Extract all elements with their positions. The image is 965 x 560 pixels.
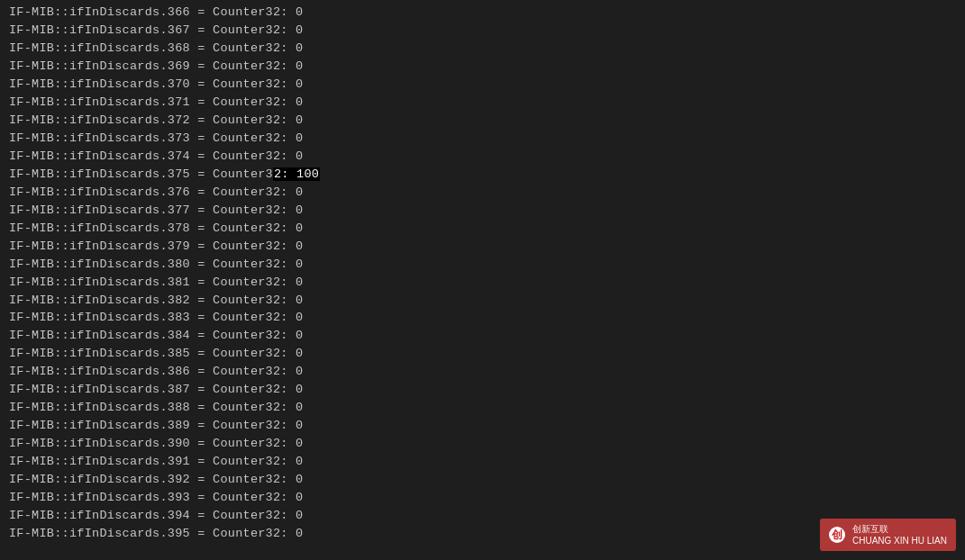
terminal-line: IF-MIB::ifInDiscards.393 = Counter32: 0 [9, 489, 956, 507]
watermark-line1: 创新互联 [852, 523, 947, 535]
terminal-line: IF-MIB::ifInDiscards.389 = Counter32: 0 [9, 417, 956, 435]
watermark-text: 创新互联 CHUANG XIN HU LIAN [852, 523, 947, 546]
terminal-line: IF-MIB::ifInDiscards.376 = Counter32: 0 [9, 184, 956, 202]
terminal-line: IF-MIB::ifInDiscards.368 = Counter32: 0 [9, 40, 956, 58]
terminal-line: IF-MIB::ifInDiscards.367 = Counter32: 0 [9, 22, 956, 40]
line-text: IF-MIB::ifInDiscards.370 = Counter32: 0 [9, 77, 303, 91]
terminal-line: IF-MIB::ifInDiscards.370 = Counter32: 0 [9, 76, 956, 94]
line-text: IF-MIB::ifInDiscards.389 = Counter32: 0 [9, 419, 303, 432]
line-text: IF-MIB::ifInDiscards.372 = Counter32: 0 [9, 113, 303, 127]
terminal-line: IF-MIB::ifInDiscards.386 = Counter32: 0 [9, 363, 956, 381]
line-text: IF-MIB::ifInDiscards.393 = Counter32: 0 [9, 491, 303, 504]
line-text: IF-MIB::ifInDiscards.388 = Counter32: 0 [9, 401, 303, 414]
terminal-line: IF-MIB::ifInDiscards.391 = Counter32: 0 [9, 453, 956, 471]
watermark-icon: 创 [829, 527, 845, 543]
terminal-line: IF-MIB::ifInDiscards.381 = Counter32: 0 [9, 274, 956, 292]
line-text: IF-MIB::ifInDiscards.375 = Counter3 [9, 167, 273, 181]
line-text: IF-MIB::ifInDiscards.376 = Counter32: 0 [9, 185, 303, 199]
terminal-line: IF-MIB::ifInDiscards.392 = Counter32: 0 [9, 471, 956, 489]
terminal-line: IF-MIB::ifInDiscards.390 = Counter32: 0 [9, 435, 956, 453]
watermark-line2: CHUANG XIN HU LIAN [852, 535, 947, 546]
terminal-line: IF-MIB::ifInDiscards.383 = Counter32: 0 [9, 309, 956, 327]
line-text: IF-MIB::ifInDiscards.381 = Counter32: 0 [9, 275, 303, 289]
line-text: IF-MIB::ifInDiscards.380 = Counter32: 0 [9, 257, 303, 271]
terminal-line: IF-MIB::ifInDiscards.385 = Counter32: 0 [9, 345, 956, 363]
line-text: IF-MIB::ifInDiscards.378 = Counter32: 0 [9, 221, 303, 235]
terminal-window: IF-MIB::ifInDiscards.366 = Counter32: 0I… [0, 0, 965, 560]
line-text: IF-MIB::ifInDiscards.367 = Counter32: 0 [9, 23, 303, 37]
terminal-line: IF-MIB::ifInDiscards.387 = Counter32: 0 [9, 381, 956, 399]
terminal-line: IF-MIB::ifInDiscards.378 = Counter32: 0 [9, 220, 956, 238]
line-text: IF-MIB::ifInDiscards.392 = Counter32: 0 [9, 473, 303, 486]
terminal-line: IF-MIB::ifInDiscards.394 = Counter32: 0 [9, 507, 956, 525]
line-text: IF-MIB::ifInDiscards.377 = Counter32: 0 [9, 203, 303, 217]
line-text: IF-MIB::ifInDiscards.368 = Counter32: 0 [9, 41, 303, 55]
line-text: IF-MIB::ifInDiscards.383 = Counter32: 0 [9, 311, 303, 324]
watermark-badge: 创 创新互联 CHUANG XIN HU LIAN [820, 519, 956, 551]
line-text: IF-MIB::ifInDiscards.369 = Counter32: 0 [9, 59, 303, 73]
line-text: IF-MIB::ifInDiscards.394 = Counter32: 0 [9, 509, 303, 522]
terminal-output: IF-MIB::ifInDiscards.366 = Counter32: 0I… [9, 4, 956, 543]
terminal-line: IF-MIB::ifInDiscards.372 = Counter32: 0 [9, 112, 956, 130]
terminal-line: IF-MIB::ifInDiscards.371 = Counter32: 0 [9, 94, 956, 112]
line-text: IF-MIB::ifInDiscards.391 = Counter32: 0 [9, 455, 303, 468]
terminal-line: IF-MIB::ifInDiscards.374 = Counter32: 0 [9, 148, 956, 166]
line-text: IF-MIB::ifInDiscards.366 = Counter32: 0 [9, 5, 303, 19]
line-text: IF-MIB::ifInDiscards.395 = Counter32: 0 [9, 527, 303, 540]
terminal-line: IF-MIB::ifInDiscards.377 = Counter32: 0 [9, 202, 956, 220]
terminal-line: IF-MIB::ifInDiscards.380 = Counter32: 0 [9, 256, 956, 274]
line-text: IF-MIB::ifInDiscards.382 = Counter32: 0 [9, 294, 303, 307]
line-text: IF-MIB::ifInDiscards.384 = Counter32: 0 [9, 329, 303, 342]
terminal-line: IF-MIB::ifInDiscards.395 = Counter32: 0 [9, 525, 956, 543]
line-text: IF-MIB::ifInDiscards.390 = Counter32: 0 [9, 437, 303, 450]
line-text: IF-MIB::ifInDiscards.374 = Counter32: 0 [9, 149, 303, 163]
line-text: IF-MIB::ifInDiscards.371 = Counter32: 0 [9, 95, 303, 109]
terminal-line: IF-MIB::ifInDiscards.369 = Counter32: 0 [9, 58, 956, 76]
line-text: IF-MIB::ifInDiscards.386 = Counter32: 0 [9, 365, 303, 378]
highlighted-value: 2: 100 [273, 167, 320, 181]
terminal-line: IF-MIB::ifInDiscards.373 = Counter32: 0 [9, 130, 956, 148]
line-text: IF-MIB::ifInDiscards.385 = Counter32: 0 [9, 347, 303, 360]
terminal-line: IF-MIB::ifInDiscards.366 = Counter32: 0 [9, 4, 956, 22]
terminal-line: IF-MIB::ifInDiscards.379 = Counter32: 0 [9, 238, 956, 256]
line-text: IF-MIB::ifInDiscards.379 = Counter32: 0 [9, 239, 303, 253]
terminal-line: IF-MIB::ifInDiscards.382 = Counter32: 0 [9, 292, 956, 310]
terminal-line: IF-MIB::ifInDiscards.384 = Counter32: 0 [9, 327, 956, 345]
terminal-line: IF-MIB::ifInDiscards.375 = Counter32: 10… [9, 166, 956, 184]
line-text: IF-MIB::ifInDiscards.373 = Counter32: 0 [9, 131, 303, 145]
line-text: IF-MIB::ifInDiscards.387 = Counter32: 0 [9, 383, 303, 396]
terminal-line: IF-MIB::ifInDiscards.388 = Counter32: 0 [9, 399, 956, 417]
